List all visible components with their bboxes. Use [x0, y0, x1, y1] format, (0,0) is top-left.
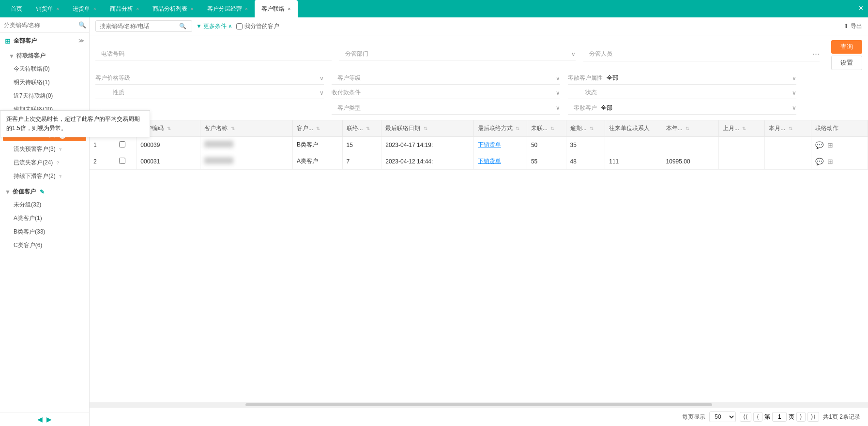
sidebar-item-declining[interactable]: 持续下滑客户(2) ? [0, 169, 89, 183]
row1-checkbox-cell [115, 137, 137, 153]
more-conditions-btn[interactable]: ▼ 更多条件 ∧ [196, 22, 232, 30]
row2-grid-icon[interactable]: ⊞ [827, 158, 833, 165]
nature-input[interactable] [128, 89, 320, 96]
sidebar-right-arrow[interactable]: ▶ [46, 415, 52, 423]
sidebar-item-7days[interactable]: 近7天待联络(0) [0, 89, 89, 103]
dept-dropdown-icon[interactable]: ∨ [571, 51, 576, 58]
sort-code-icon[interactable]: ⇅ [167, 126, 171, 131]
sidebar-item-ungrouped[interactable]: 未分组(32) [0, 198, 89, 211]
nav-purchase-close[interactable]: × [93, 6, 96, 12]
sidebar-all-customers[interactable]: ⊞ 全部客户 ≫ [0, 33, 89, 49]
price-level-dropdown-icon[interactable]: ∨ [320, 75, 324, 82]
sidebar-item-c-class[interactable]: C类客户(6) [0, 238, 89, 252]
dept-input[interactable] [372, 51, 571, 58]
customer-level-dropdown-icon[interactable]: ∨ [556, 75, 560, 82]
nature-dropdown-icon[interactable]: ∨ [320, 89, 324, 96]
sort-thismonth-icon[interactable]: ⇅ [789, 126, 792, 131]
nav-customer-tier-close[interactable]: × [245, 6, 248, 12]
person-input[interactable] [616, 51, 810, 58]
nav-purchase[interactable]: 进货单 × [66, 0, 103, 17]
nav-customer-tier[interactable]: 客户分层经营 × [200, 0, 255, 17]
nav-product-analysis-list[interactable]: 商品分析列表 × [146, 0, 200, 17]
customer-level-input[interactable] [365, 75, 556, 82]
nav-customer-contact[interactable]: 客户联络 × [255, 0, 297, 17]
my-customers-checkbox[interactable] [236, 23, 243, 29]
nav-product-analysis[interactable]: 商品分析 × [103, 0, 146, 17]
row1-method-link[interactable]: 下销货单 [478, 141, 501, 148]
value-group-edit-icon[interactable]: ✎ [40, 189, 45, 195]
payment-label: 收付款条件 [332, 88, 361, 97]
customer-type-dropdown-icon[interactable]: ∨ [556, 104, 560, 111]
nav-home[interactable]: 首页 [4, 0, 29, 17]
status-dropdown-icon[interactable]: ∨ [792, 89, 796, 96]
page-number-input[interactable] [772, 412, 787, 422]
sidebar-group-value[interactable]: ▼ 价值客户 ✎ [0, 185, 89, 198]
sidebar-item-tomorrow[interactable]: 明天待联络(1) [0, 75, 89, 89]
first-page-btn[interactable]: ⟨⟨ [740, 412, 751, 422]
sidebar-item-a-class[interactable]: A类客户(1) [0, 211, 89, 225]
sort-date-icon[interactable]: ⇅ [424, 126, 427, 131]
sort-overdue-icon[interactable]: ⇅ [590, 126, 594, 131]
payment-input[interactable] [365, 89, 556, 96]
next-page-btn[interactable]: ⟩ [796, 412, 806, 422]
sort-contact-icon[interactable]: ⇅ [366, 126, 370, 131]
nav-customer-contact-close[interactable]: × [288, 6, 290, 12]
sidebar-search-icon[interactable]: 🔍 [78, 21, 86, 29]
sort-name-icon[interactable]: ⇅ [231, 126, 235, 131]
churned-help-icon[interactable]: ? [57, 161, 59, 165]
scroll-thumb[interactable] [245, 403, 713, 406]
sidebar-left-arrow[interactable]: ◀ [37, 415, 43, 423]
payment-dropdown-icon[interactable]: ∨ [556, 89, 560, 96]
status-input[interactable] [601, 89, 792, 96]
nature-field: 性质 ∨ [95, 88, 324, 99]
window-close-button[interactable]: × [859, 4, 863, 13]
payment-field: 收付款条件 ∨ [332, 88, 560, 99]
search-input[interactable] [100, 23, 177, 29]
sidebar-item-b-class[interactable]: B类客户(33) [0, 225, 89, 238]
horizontal-scrollbar[interactable] [90, 402, 868, 407]
person-dots[interactable]: ··· [812, 49, 820, 59]
row2-method-link[interactable]: 下销货单 [478, 158, 501, 164]
nav-product-list-close[interactable]: × [190, 6, 193, 12]
row2-checkbox[interactable] [119, 158, 125, 164]
row2-no: 2 [90, 153, 115, 170]
sidebar-group-pending[interactable]: ▼ 待联络客户 [0, 49, 89, 62]
declining-help-icon[interactable]: ? [59, 174, 61, 179]
row1-thismonth [765, 137, 811, 153]
row1-chat-icon[interactable]: 💬 [815, 141, 823, 149]
last-page-btn[interactable]: ⟩⟩ [807, 412, 819, 422]
sidebar-item-today[interactable]: 今天待联络(0) [0, 62, 89, 75]
nav-product-analysis-close[interactable]: × [136, 6, 139, 12]
sort-thisyear-icon[interactable]: ⇅ [685, 126, 689, 131]
nav-sales-close[interactable]: × [56, 6, 59, 12]
sidebar-item-churn-warning[interactable]: 流失预警客户(3) ? [0, 142, 89, 156]
price-level-input[interactable] [134, 75, 320, 82]
filter-row-1: 电话号码 分管部门 ∨ 分管人员 ··· 查询 设置 [95, 40, 862, 70]
customer-level-label: 客户等级 [332, 74, 361, 82]
row2-chat-icon[interactable]: 💬 [815, 158, 823, 165]
customer-type-input[interactable] [365, 104, 556, 111]
retail-attr-dropdown-icon[interactable]: ∨ [792, 75, 796, 82]
my-customers-checkbox-label[interactable]: 我分管的客户 [236, 22, 279, 30]
search-icon[interactable]: 🔍 [179, 23, 186, 29]
retail-customer-dropdown-icon[interactable]: ∨ [792, 104, 796, 111]
sort-lastmonth-icon[interactable]: ⇅ [742, 126, 746, 131]
phone-input[interactable] [128, 51, 332, 58]
sidebar-search-input[interactable] [4, 22, 76, 29]
export-btn[interactable]: ⬆ 导出 [844, 22, 862, 30]
churn-warning-help-icon[interactable]: ? [59, 147, 61, 152]
collapse-icon[interactable]: ≫ [78, 38, 84, 44]
filter-row-4: ... 客户类型 ∨ 零散客户 全部 ∨ [95, 103, 862, 115]
row1-grid-icon[interactable]: ⊞ [827, 141, 833, 149]
nature-label: 性质 [95, 88, 124, 97]
nav-sales[interactable]: 销货单 × [29, 0, 66, 17]
sidebar-item-churned[interactable]: 已流失客户(24) ? [0, 156, 89, 169]
sort-uncontact-icon[interactable]: ⇅ [550, 126, 554, 131]
query-button[interactable]: 查询 [831, 40, 862, 54]
row1-checkbox[interactable] [119, 141, 125, 147]
sort-level-icon[interactable]: ⇅ [316, 126, 320, 131]
per-page-select[interactable]: 50 100 200 [709, 411, 736, 422]
sort-method-icon[interactable]: ⇅ [516, 126, 519, 131]
prev-page-btn[interactable]: ⟨ [753, 412, 762, 422]
setting-button[interactable]: 设置 [831, 56, 862, 70]
